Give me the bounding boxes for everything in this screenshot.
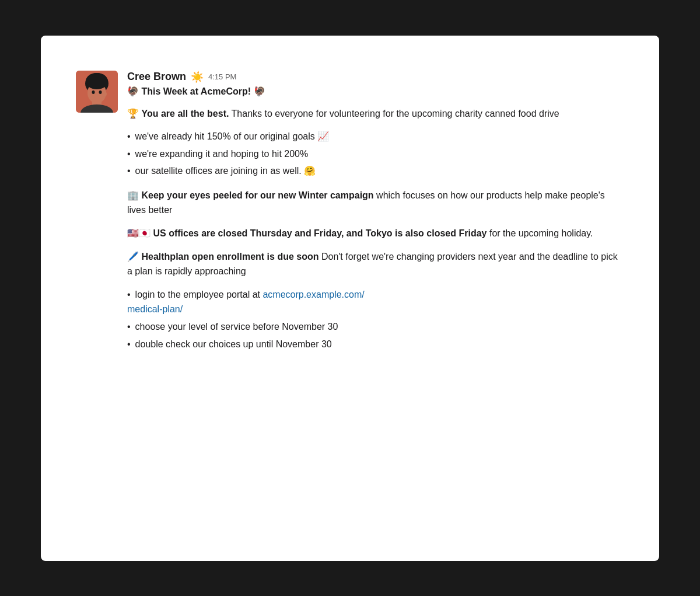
list-item: choose your level of service before Nove… <box>127 318 624 336</box>
avatar <box>76 71 118 113</box>
message-window: Cree Brown ☀️ 4:15 PM 🦃 This Week at Acm… <box>41 36 659 561</box>
healthplan-bullet-list: login to the employee portal at acmecorp… <box>127 286 624 353</box>
list-item: login to the employee portal at acmecorp… <box>127 286 624 318</box>
message-container: Cree Brown ☀️ 4:15 PM 🦃 This Week at Acm… <box>76 71 624 361</box>
winter-paragraph: 🏢 Keep your eyes peeled for our new Wint… <box>127 188 624 218</box>
charity-section: 🏆 You are all the best. Thanks to everyo… <box>127 106 624 180</box>
list-item: we've already hit 150% of our original g… <box>127 128 624 145</box>
portal-link[interactable]: acmecorp.example.com/medical-plan/ <box>127 290 365 315</box>
healthplan-bold: Healthplan open enrollment is due soon <box>141 252 318 262</box>
healthplan-section: 🖊️ Healthplan open enrollment is due soo… <box>127 249 624 353</box>
offices-section: 🇺🇸🇯🇵 US offices are closed Thursday and … <box>127 226 624 241</box>
svg-point-7 <box>92 90 95 94</box>
svg-point-3 <box>86 73 108 89</box>
message-header: Cree Brown ☀️ 4:15 PM <box>127 71 624 83</box>
winter-bold: Keep your eyes peeled for our new Winter… <box>141 190 373 200</box>
svg-point-8 <box>99 90 102 94</box>
healthplan-paragraph: 🖊️ Healthplan open enrollment is due soo… <box>127 249 624 279</box>
offices-bold: US offices are closed Thursday and Frida… <box>153 228 487 238</box>
sun-emoji-icon: ☀️ <box>191 71 204 83</box>
message-content: 🏆 You are all the best. Thanks to everyo… <box>127 106 624 353</box>
list-item: our satellite offices are joining in as … <box>127 162 624 180</box>
charity-bullet-list: we've already hit 150% of our original g… <box>127 128 624 180</box>
list-item: double check our choices up until Novemb… <box>127 336 624 353</box>
charity-paragraph: 🏆 You are all the best. Thanks to everyo… <box>127 106 624 121</box>
svg-point-6 <box>101 91 107 97</box>
subject-text: This Week at AcmeCorp! <box>141 86 251 96</box>
offices-paragraph: 🇺🇸🇯🇵 US offices are closed Thursday and … <box>127 226 624 241</box>
message-subject: 🦃 This Week at AcmeCorp! 🦃 <box>127 86 624 97</box>
charity-bold: You are all the best. <box>141 109 229 118</box>
timestamp: 4:15 PM <box>208 72 236 81</box>
author-name: Cree Brown <box>127 71 186 83</box>
winter-section: 🏢 Keep your eyes peeled for our new Wint… <box>127 188 624 218</box>
list-item: we're expanding it and hoping to hit 200… <box>127 145 624 163</box>
message-body: Cree Brown ☀️ 4:15 PM 🦃 This Week at Acm… <box>127 71 624 361</box>
